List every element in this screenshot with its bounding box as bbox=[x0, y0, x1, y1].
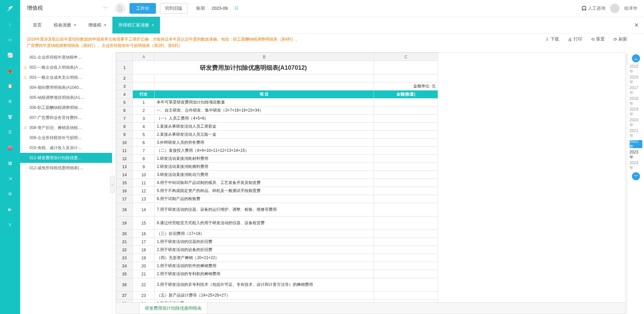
product-selector[interactable]: 增值税 ﹀ bbox=[27, 5, 108, 12]
cell[interactable]: 16 bbox=[133, 230, 155, 238]
spreadsheet[interactable]: ABC1研发费用加计扣除优惠明细表(A107012)23金额单位: 元4行次项 … bbox=[116, 53, 438, 302]
nav-form-icon[interactable]: 🗎 bbox=[6, 97, 14, 105]
cell[interactable]: 6.用于试制产品的检验费 bbox=[155, 195, 374, 203]
cell[interactable] bbox=[374, 147, 438, 155]
cell[interactable] bbox=[374, 216, 438, 230]
cell[interactable]: 10 bbox=[133, 171, 155, 179]
year-button[interactable]: 2023年 bbox=[630, 151, 642, 159]
tree-item[interactable]: ⚠002-一般企业收入明细表(A… bbox=[20, 62, 112, 72]
cell[interactable] bbox=[374, 262, 438, 270]
cell[interactable] bbox=[374, 203, 438, 216]
year-up-icon[interactable]: ︽ bbox=[632, 54, 640, 62]
tab-首页[interactable]: 首页 bbox=[27, 17, 48, 34]
app-logo[interactable] bbox=[0, 0, 20, 17]
year-button[interactable]: 2021年 bbox=[630, 129, 642, 137]
cell[interactable] bbox=[374, 278, 438, 292]
cell[interactable]: 7 bbox=[133, 147, 155, 155]
year-button[interactable]: 2017年 bbox=[630, 86, 642, 95]
cell[interactable] bbox=[374, 163, 438, 171]
user-name[interactable]: 徐泽华 bbox=[624, 5, 637, 11]
spreadsheet-scroll[interactable]: ABC1研发费用加计扣除优惠明细表(A107012)23金额单位: 元4行次项 … bbox=[116, 53, 625, 302]
cell[interactable]: 23 bbox=[133, 292, 155, 300]
cell[interactable]: 2 bbox=[116, 74, 133, 82]
cell[interactable]: A bbox=[133, 53, 155, 61]
cell[interactable] bbox=[374, 246, 438, 254]
cell[interactable] bbox=[374, 74, 438, 82]
year-button[interactable]: 2024年 bbox=[630, 162, 642, 170]
cell[interactable]: 13 bbox=[116, 163, 133, 171]
cell[interactable] bbox=[374, 195, 438, 203]
cell[interactable]: 3.外聘研发人员的劳务费用 bbox=[155, 139, 374, 147]
year-down-icon[interactable]: ︾ bbox=[632, 172, 640, 180]
cell[interactable]: 1.用于研发活动的软件的摊销费用 bbox=[155, 262, 374, 270]
cell[interactable]: 2 bbox=[133, 107, 155, 115]
cell[interactable]: 12 bbox=[116, 155, 133, 163]
cell[interactable] bbox=[374, 99, 438, 107]
nav-gear-icon[interactable]: ⚙ bbox=[6, 190, 14, 198]
cell[interactable] bbox=[133, 82, 155, 90]
cell[interactable]: 17 bbox=[116, 195, 133, 203]
nav-grid-icon[interactable]: ▦ bbox=[6, 159, 14, 167]
cell[interactable]: 25 bbox=[116, 270, 133, 278]
cell[interactable]: 3 bbox=[133, 115, 155, 123]
download-button[interactable]: ⇩ 下载 bbox=[545, 36, 559, 42]
cell[interactable]: 2.用于研发活动的专利权的摊销费用 bbox=[155, 270, 374, 278]
cell[interactable]: 15 bbox=[116, 179, 133, 187]
tree-item[interactable]: 010-免税、减计收入及加计… bbox=[20, 143, 112, 153]
close-all-tabs-icon[interactable]: × bbox=[634, 21, 639, 29]
consult-link[interactable]: 🎧 人工咨询 bbox=[581, 5, 605, 11]
cell[interactable]: 5 bbox=[116, 99, 133, 107]
cell[interactable]: 11 bbox=[133, 179, 155, 187]
cell[interactable]: 24 bbox=[116, 262, 133, 270]
tree-item[interactable]: 011-研发费用加计扣除优惠… bbox=[20, 153, 112, 163]
cell[interactable]: 4.用于中间试验和产品试制的模具、工艺装备开发及制造费 bbox=[155, 179, 374, 187]
cell[interactable] bbox=[374, 254, 438, 262]
cell[interactable]: 行次 bbox=[133, 90, 155, 99]
nav-clipboard-icon[interactable]: 📋 bbox=[6, 82, 14, 90]
tree-item[interactable]: 009-企业所得税弥补亏损明… bbox=[20, 133, 112, 143]
tab-税表清册[interactable]: 税表清册× bbox=[48, 17, 82, 34]
cell[interactable]: 3.研发活动直接消耗动力费用 bbox=[155, 171, 374, 179]
cell[interactable]: 6 bbox=[133, 139, 155, 147]
cell[interactable]: 1 bbox=[133, 99, 155, 107]
cell[interactable]: 6 bbox=[116, 107, 133, 115]
year-button[interactable]: 2016年 bbox=[630, 76, 642, 84]
cell[interactable]: 8 bbox=[116, 123, 133, 131]
cell[interactable]: 19 bbox=[116, 216, 133, 230]
workbench-button[interactable]: 工作台 bbox=[129, 3, 156, 14]
cell[interactable]: 22 bbox=[116, 246, 133, 254]
calendar-icon[interactable]: ☷ bbox=[234, 6, 238, 11]
cell[interactable]: 22 bbox=[133, 278, 155, 292]
sheet-tab[interactable]: 研发费用加计扣除优惠明细表 bbox=[140, 303, 207, 314]
cell[interactable]: 14 bbox=[133, 203, 155, 216]
cell[interactable] bbox=[374, 115, 438, 123]
nav-home-icon[interactable]: ⌂ bbox=[6, 20, 14, 28]
nav-tax-icon[interactable]: 👛 bbox=[6, 143, 14, 151]
cell[interactable] bbox=[374, 107, 438, 115]
refresh-button[interactable]: ⟳ 刷新 bbox=[613, 36, 627, 42]
cell[interactable]: 2.直接从事研发活动人员五险一金 bbox=[155, 131, 374, 139]
cell[interactable]: 金额(数量) bbox=[374, 90, 438, 99]
cell[interactable]: 18 bbox=[133, 246, 155, 254]
cell[interactable] bbox=[133, 74, 155, 82]
cell[interactable] bbox=[374, 171, 438, 179]
cell[interactable]: 13 bbox=[133, 195, 155, 203]
cell[interactable]: 项 目 bbox=[155, 90, 374, 99]
cell[interactable]: 3.用于研发活动的非专利技术（包括许可证、专有技术、设计和计算方法等）的摊销费用 bbox=[155, 278, 374, 292]
tree-item[interactable]: 001-企业所得税年度纳税申… bbox=[20, 52, 112, 62]
nav-export-icon[interactable]: ⇲ bbox=[6, 174, 14, 182]
cell[interactable]: 21 bbox=[133, 270, 155, 278]
cell[interactable]: 17 bbox=[133, 238, 155, 246]
tree-item[interactable]: 012-减免所得税优惠明细表(… bbox=[20, 163, 112, 173]
avatar[interactable] bbox=[610, 4, 620, 13]
cell[interactable]: 16 bbox=[116, 187, 133, 195]
tree-item[interactable]: ⚠003-一般企业成本支出明细… bbox=[20, 72, 112, 82]
tree-item[interactable]: 005-纳税调整项目明细表(A1… bbox=[20, 92, 112, 103]
cell[interactable]: 27 bbox=[116, 292, 133, 300]
tree-item[interactable]: 004-期间费用明细表(A1040… bbox=[20, 82, 112, 92]
tab-增值税[interactable]: 增值税× bbox=[82, 17, 112, 34]
cell[interactable]: （四）无形资产摊销（20+21+22） bbox=[155, 254, 374, 262]
cell[interactable]: 3 bbox=[116, 82, 133, 90]
cell[interactable]: 9 bbox=[133, 163, 155, 171]
nav-video-icon[interactable]: ▶ bbox=[6, 205, 14, 213]
